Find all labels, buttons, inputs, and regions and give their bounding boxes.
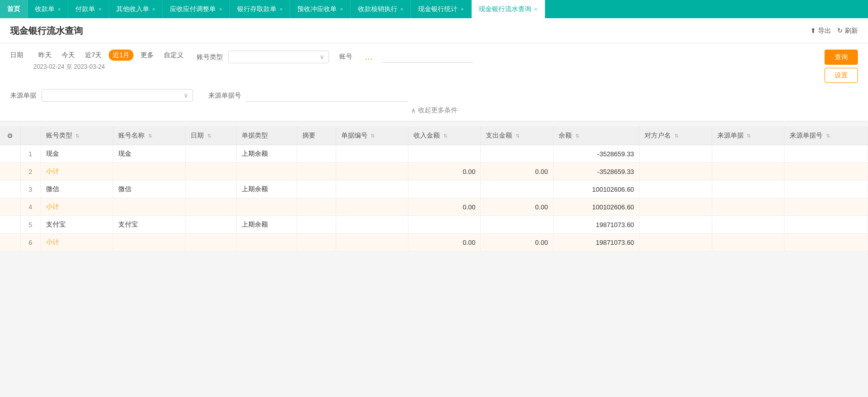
sort-icon-expense: ⇅ (516, 133, 520, 139)
nav-other-income-label: 其他收入单 (116, 5, 149, 14)
account-type-label: 账号类型 (197, 53, 223, 62)
date-options: 昨天 今天 近7天 近1月 更多 自定义 (35, 50, 187, 61)
sort-icon-counterpart: ⇅ (674, 133, 678, 139)
account-label: 账号 (339, 52, 359, 61)
refresh-label: 刷新 (845, 26, 858, 35)
th-income[interactable]: 收入金额 ⇅ (408, 126, 481, 145)
nav-item-receipt-verify[interactable]: 收款核销执行 × (351, 0, 411, 18)
date-opt-custom[interactable]: 自定义 (161, 50, 187, 61)
nav-item-prepay-offset[interactable]: 预收冲应收单 × (290, 0, 350, 18)
nav-other-income-close[interactable]: × (152, 6, 155, 12)
account-type-select[interactable]: ∨ (228, 51, 329, 63)
th-num (20, 126, 40, 145)
th-summary: 摘要 (297, 126, 336, 145)
gear-icon: ⚙ (7, 132, 13, 140)
sort-icon-account-name: ⇅ (148, 133, 152, 139)
nav-item-payment[interactable]: 付款单 × (68, 0, 109, 18)
source-doc-select[interactable]: ∨ (41, 89, 193, 102)
th-gear[interactable]: ⚙ (0, 126, 20, 145)
nav-item-receipt[interactable]: 收款单 × (28, 0, 68, 18)
nav-payment-close[interactable]: × (98, 6, 101, 12)
account-filter: 账号 ... (339, 51, 473, 63)
export-label: 导出 (818, 26, 831, 35)
sort-icon-account-type: ⇅ (75, 133, 79, 139)
source-doc-chevron: ∨ (184, 92, 189, 99)
nav-ar-ap-label: 应收应付调整单 (170, 5, 216, 14)
nav-ar-ap-close[interactable]: × (219, 6, 222, 12)
date-opt-1month[interactable]: 近1月 (109, 50, 133, 61)
sort-icon-source-doc-no: ⇅ (826, 133, 830, 139)
th-account-name[interactable]: 账号名称 ⇅ (113, 126, 185, 145)
refresh-button[interactable]: ↻ 刷新 (837, 26, 858, 35)
top-nav: 首页 收款单 × 付款单 × 其他收入单 × 应收应付调整单 × 银行存取款单 … (0, 0, 868, 18)
sort-icon-income: ⇅ (443, 133, 447, 139)
date-opt-more[interactable]: 更多 (138, 50, 157, 61)
th-doc-no[interactable]: 单据编号 ⇅ (336, 126, 408, 145)
filter-area: 日期 昨天 今天 近7天 近1月 更多 自定义 2023-02-24 至 202… (0, 43, 868, 121)
date-opt-today[interactable]: 今天 (59, 50, 78, 61)
nav-cash-flow-close[interactable]: × (534, 6, 537, 12)
collapse-button[interactable]: ∧ 收起更多条件 (411, 106, 458, 115)
table-container: ⚙ 账号类型 ⇅ 账号名称 ⇅ 日期 ⇅ 单据类型 (0, 126, 868, 251)
table-row[interactable]: 4小计0.000.00100102606.60 (0, 198, 868, 216)
nav-item-bank-deposit[interactable]: 银行存取款单 × (230, 0, 290, 18)
th-counterpart[interactable]: 对方户名 ⇅ (639, 126, 712, 145)
source-doc-no-label: 来源单据号 (208, 91, 241, 100)
nav-item-cash-bank-flow[interactable]: 现金银行流水查询 × (472, 0, 545, 18)
nav-cash-stat-close[interactable]: × (461, 6, 464, 12)
th-doc-type: 单据类型 (237, 126, 297, 145)
nav-home-label: 首页 (7, 5, 20, 14)
table-row[interactable]: 6小计0.000.0019871073.60 (0, 234, 868, 251)
th-source-doc-no[interactable]: 来源单据号 ⇅ (785, 126, 868, 145)
date-filter-row: 日期 昨天 今天 近7天 近1月 更多 自定义 (10, 50, 187, 61)
nav-prepay-close[interactable]: × (340, 6, 343, 12)
nav-item-ar-ap-adjust[interactable]: 应收应付调整单 × (163, 0, 230, 18)
source-doc-filter: 来源单据 ∨ (10, 89, 193, 102)
date-range-display: 2023-02-24 至 2023-03-24 (33, 63, 105, 70)
nav-item-home[interactable]: 首页 (0, 0, 28, 18)
table-row[interactable]: 1现金现金上期余额-3528659.33 (0, 145, 868, 163)
date-opt-7days[interactable]: 近7天 (82, 50, 105, 61)
nav-item-other-income[interactable]: 其他收入单 × (109, 0, 163, 18)
nav-receipt-verify-label: 收款核销执行 (358, 5, 397, 14)
settings-button[interactable]: 设置 (825, 68, 858, 83)
nav-prepay-label: 预收冲应收单 (297, 5, 337, 14)
collapse-label: 收起更多条件 (418, 106, 458, 115)
nav-receipt-close[interactable]: × (58, 6, 61, 12)
date-opt-yesterday[interactable]: 昨天 (35, 50, 55, 61)
account-dots[interactable]: ... (364, 52, 372, 62)
nav-bank-deposit-label: 银行存取款单 (237, 5, 277, 14)
nav-payment-label: 付款单 (75, 5, 95, 14)
account-input[interactable] (382, 51, 473, 63)
source-doc-label: 来源单据 (10, 91, 36, 100)
th-expense[interactable]: 支出金额 ⇅ (481, 126, 553, 145)
nav-receipt-verify-close[interactable]: × (400, 6, 403, 12)
th-source-doc[interactable]: 来源单据 ⇅ (712, 126, 784, 145)
source-doc-no-filter: 来源单据号 (208, 90, 408, 102)
table-header-row: ⚙ 账号类型 ⇅ 账号名称 ⇅ 日期 ⇅ 单据类型 (0, 126, 868, 145)
table-row[interactable]: 2小计0.000.00-3528659.33 (0, 163, 868, 181)
th-balance[interactable]: 余额 ⇅ (553, 126, 639, 145)
nav-cash-stat-label: 现金银行统计 (418, 5, 458, 14)
table-row[interactable]: 3微信微信上期余额100102606.60 (0, 181, 868, 198)
th-account-type[interactable]: 账号类型 ⇅ (40, 126, 113, 145)
date-label: 日期 (10, 51, 30, 60)
sort-icon-date: ⇅ (207, 133, 211, 139)
query-button[interactable]: 查询 (825, 50, 858, 65)
page-header: 现金银行流水查询 ⬆ 导出 ↻ 刷新 (0, 18, 868, 43)
nav-receipt-label: 收款单 (35, 5, 55, 14)
th-date[interactable]: 日期 ⇅ (186, 126, 237, 145)
data-table: ⚙ 账号类型 ⇅ 账号名称 ⇅ 日期 ⇅ 单据类型 (0, 126, 868, 251)
header-actions: ⬆ 导出 ↻ 刷新 (810, 26, 858, 35)
nav-bank-deposit-close[interactable]: × (280, 6, 283, 12)
export-icon: ⬆ (810, 27, 816, 34)
table-row[interactable]: 5支付宝支付宝上期余额19871073.60 (0, 216, 868, 234)
collapse-row: ∧ 收起更多条件 (10, 106, 858, 115)
page-title: 现金银行流水查询 (10, 25, 83, 37)
export-button[interactable]: ⬆ 导出 (810, 26, 831, 35)
sort-icon-source-doc: ⇅ (747, 133, 751, 139)
account-type-chevron: ∨ (319, 53, 325, 61)
source-doc-no-input[interactable] (246, 90, 408, 102)
sort-icon-balance: ⇅ (575, 133, 579, 139)
nav-item-cash-bank-stat[interactable]: 现金银行统计 × (411, 0, 471, 18)
